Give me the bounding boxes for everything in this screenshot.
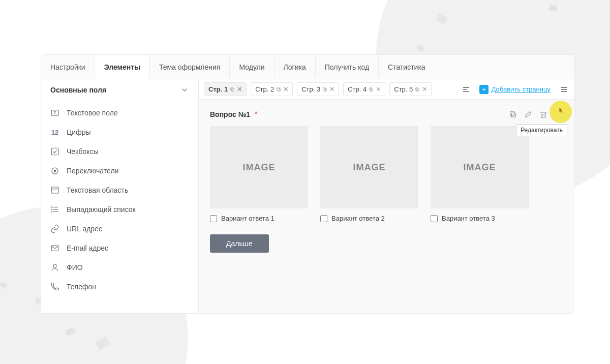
next-button[interactable]: Дальше — [210, 234, 269, 253]
sidebar-item-textarea[interactable]: Текстовая область — [41, 180, 198, 200]
menu-icon[interactable] — [559, 84, 569, 95]
close-icon[interactable]: ✕ — [237, 87, 242, 92]
svg-point-12 — [51, 209, 52, 210]
sidebar-section-label: Основные поля — [50, 86, 106, 94]
radio-icon — [50, 166, 59, 175]
svg-rect-24 — [417, 88, 419, 91]
reorder-icon[interactable] — [461, 84, 471, 95]
sidebar-item-dropdown[interactable]: Выпадающий список — [41, 200, 198, 219]
sidebar-item-label: Переключатели — [67, 167, 118, 175]
svg-rect-35 — [510, 112, 514, 116]
required-mark: * — [255, 110, 258, 118]
copy-icon[interactable] — [415, 87, 420, 92]
tab-getcode[interactable]: Получить код — [316, 55, 379, 79]
main-area: Стр. 1 ✕ Стр. 2 ✕ Стр. 3 ✕ Стр. 4 — [199, 79, 574, 313]
sidebar-item-label: E-mail адрес — [67, 244, 108, 252]
page-tab-label: Стр. 2 — [255, 85, 274, 93]
list-icon — [50, 205, 59, 214]
svg-rect-6 — [51, 187, 58, 193]
sidebar-item-label: Текстовая область — [67, 186, 128, 194]
page-tab-label: Стр. 3 — [301, 85, 320, 93]
sidebar-item-checkboxes[interactable]: Чекбоксы — [41, 142, 198, 161]
svg-rect-22 — [371, 88, 373, 91]
close-icon[interactable]: ✕ — [422, 87, 427, 92]
close-icon[interactable]: ✕ — [329, 87, 334, 92]
tab-logic[interactable]: Логика — [274, 55, 316, 79]
sidebar-item-phone[interactable]: Телефон — [41, 277, 198, 296]
option-label: Вариант ответа 2 — [331, 215, 385, 222]
edit-tooltip: Редактировать — [516, 124, 567, 136]
sidebar-item-label: ФИО — [67, 263, 83, 271]
image-placeholder[interactable]: IMAGE — [210, 126, 308, 208]
tab-settings[interactable]: Настройки — [41, 55, 95, 79]
option-checkbox-3[interactable] — [431, 215, 438, 222]
svg-point-13 — [51, 211, 52, 213]
sidebar-item-radio[interactable]: Переключатели — [41, 161, 198, 180]
svg-rect-16 — [231, 88, 234, 91]
text-field-icon — [50, 108, 59, 117]
question-title: Вопрос №1 — [210, 110, 250, 118]
phone-icon — [50, 282, 59, 291]
page-tab-5[interactable]: Стр. 5 ✕ — [389, 82, 432, 96]
plus-icon — [479, 85, 489, 94]
page-tab-3[interactable]: Стр. 3 ✕ — [297, 82, 339, 96]
svg-rect-19 — [277, 87, 280, 90]
option-checkbox-2[interactable] — [320, 215, 327, 222]
sidebar-item-label: Выпадающий список — [67, 205, 136, 214]
sidebar-item-label: Цифры — [67, 128, 91, 136]
sidebar-item-name[interactable]: ФИО — [41, 258, 198, 277]
edit-icon[interactable] — [524, 110, 532, 118]
page-tab-label: Стр. 1 — [208, 85, 228, 93]
page-tab-label: Стр. 5 — [394, 85, 413, 93]
svg-rect-17 — [231, 87, 233, 90]
page-tab-label: Стр. 4 — [348, 85, 367, 93]
copy-icon[interactable] — [276, 87, 281, 92]
svg-point-11 — [51, 207, 52, 208]
sidebar-item-text-field[interactable]: Текстовое поле — [41, 103, 198, 123]
svg-rect-14 — [51, 246, 58, 251]
chevron-down-icon — [180, 85, 189, 95]
sidebar-item-label: Текстовое поле — [67, 109, 118, 117]
svg-rect-21 — [323, 87, 326, 90]
cursor-highlight — [550, 101, 572, 123]
svg-rect-23 — [370, 87, 372, 90]
sidebar-item-url[interactable]: URL адрес — [41, 219, 198, 238]
add-page-button[interactable]: Добавить страницу — [479, 85, 551, 94]
sidebar: Основные поля Текстовое поле 12 Цифры Че… — [41, 79, 199, 313]
image-placeholder[interactable]: IMAGE — [320, 126, 418, 208]
sidebar-item-label: Телефон — [67, 283, 96, 291]
delete-icon[interactable] — [539, 110, 547, 118]
sidebar-section-toggle[interactable]: Основные поля — [41, 79, 198, 101]
sidebar-item-email[interactable]: E-mail адрес — [41, 238, 198, 258]
add-page-label: Добавить страницу — [492, 85, 551, 93]
option-checkbox-1[interactable] — [210, 215, 217, 222]
copy-icon[interactable] — [322, 87, 327, 92]
tab-stats[interactable]: Статистика — [379, 55, 435, 79]
numbers-icon: 12 — [50, 128, 59, 137]
page-tab-4[interactable]: Стр. 4 ✕ — [343, 82, 385, 96]
copy-icon[interactable] — [509, 110, 517, 118]
app-card: Настройки Элементы Тема оформления Модул… — [41, 54, 574, 314]
checkbox-icon — [50, 147, 59, 156]
close-icon[interactable]: ✕ — [376, 87, 381, 92]
page-bar: Стр. 1 ✕ Стр. 2 ✕ Стр. 3 ✕ Стр. 4 — [199, 79, 574, 100]
svg-rect-3 — [51, 148, 58, 155]
svg-point-5 — [54, 170, 56, 172]
person-icon — [50, 263, 59, 272]
svg-point-15 — [53, 264, 56, 267]
copy-icon[interactable] — [230, 87, 235, 92]
svg-rect-25 — [416, 87, 418, 90]
image-placeholder[interactable]: IMAGE — [431, 126, 529, 208]
sidebar-item-label: Чекбоксы — [67, 147, 99, 156]
link-icon — [50, 224, 59, 233]
tab-modules[interactable]: Модули — [230, 55, 274, 79]
page-tab-1[interactable]: Стр. 1 ✕ — [204, 82, 247, 96]
tab-elements[interactable]: Элементы — [95, 55, 150, 79]
copy-icon[interactable] — [369, 87, 374, 92]
tab-theme[interactable]: Тема оформления — [150, 55, 230, 79]
svg-rect-18 — [278, 88, 281, 91]
option-label: Вариант ответа 1 — [221, 215, 274, 222]
page-tab-2[interactable]: Стр. 2 ✕ — [251, 82, 293, 96]
sidebar-item-numbers[interactable]: 12 Цифры — [41, 123, 198, 142]
close-icon[interactable]: ✕ — [283, 87, 288, 92]
